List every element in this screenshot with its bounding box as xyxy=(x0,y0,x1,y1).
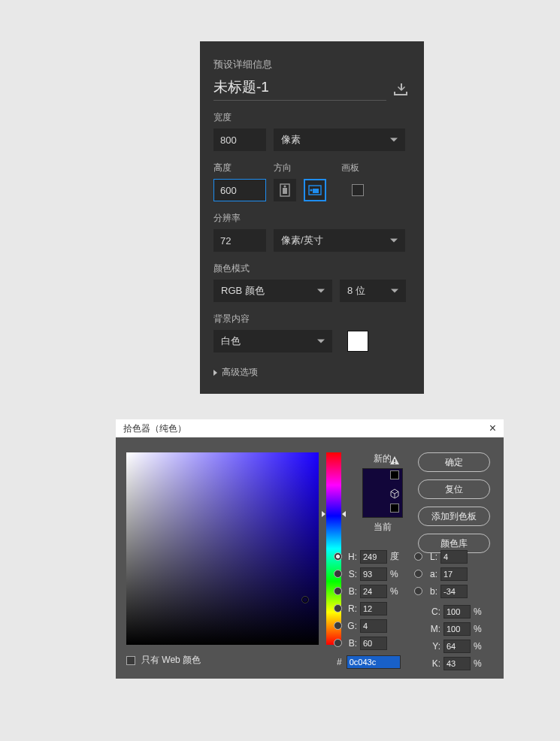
c-input[interactable] xyxy=(443,605,471,619)
preset-section-title: 预设详细信息 xyxy=(213,58,410,71)
h-radio[interactable] xyxy=(334,552,342,561)
a-radio[interactable] xyxy=(414,570,422,578)
cube-swatch[interactable] xyxy=(390,504,399,513)
c-unit: % xyxy=(474,606,484,617)
lab-b-radio[interactable] xyxy=(414,587,422,595)
background-color-swatch[interactable] xyxy=(347,331,368,352)
add-to-swatches-button[interactable]: 添加到色板 xyxy=(418,507,490,526)
background-select[interactable]: 白色 xyxy=(213,330,332,352)
r-input[interactable] xyxy=(360,602,387,615)
height-label: 高度 xyxy=(213,162,266,174)
bitdepth-select[interactable]: 8 位 xyxy=(340,280,406,302)
colormode-select[interactable]: RGB 颜色 xyxy=(213,280,332,302)
width-unit-select[interactable]: 像素 xyxy=(274,129,405,151)
current-color-label: 当前 xyxy=(350,521,415,534)
b-input[interactable] xyxy=(360,637,387,650)
r-radio[interactable] xyxy=(334,604,342,612)
m-input[interactable] xyxy=(443,622,471,636)
chevron-down-icon xyxy=(390,138,398,142)
height-input[interactable] xyxy=(213,179,266,201)
s-input[interactable] xyxy=(360,567,387,581)
resolution-label: 分辨率 xyxy=(213,212,410,225)
save-preset-icon[interactable] xyxy=(394,83,410,95)
sv-cursor-icon xyxy=(301,596,309,603)
hex-input[interactable] xyxy=(347,655,401,669)
background-value: 白色 xyxy=(221,334,241,348)
h-unit: 度 xyxy=(390,550,401,563)
orientation-label: 方向 xyxy=(274,162,334,174)
colormode-value: RGB 颜色 xyxy=(221,284,265,298)
m-label: M: xyxy=(430,624,440,634)
orientation-landscape-button[interactable] xyxy=(304,179,326,201)
bval-unit: % xyxy=(390,586,401,597)
ok-button[interactable]: 确定 xyxy=(418,452,490,472)
s-unit: % xyxy=(390,569,401,579)
advanced-options-label: 高级选项 xyxy=(222,366,258,379)
s-label: S: xyxy=(347,569,357,579)
advanced-options-toggle[interactable]: 高级选项 xyxy=(213,366,410,379)
background-label: 背景内容 xyxy=(213,313,410,325)
chevron-down-icon xyxy=(390,239,398,243)
c-label: C: xyxy=(430,606,440,617)
svg-rect-4 xyxy=(313,189,319,193)
bval-input[interactable] xyxy=(360,585,387,598)
hex-label: # xyxy=(337,657,342,667)
resolution-input[interactable] xyxy=(213,229,266,252)
saturation-value-field[interactable] xyxy=(126,452,319,645)
svg-point-5 xyxy=(310,189,312,191)
b-radio[interactable] xyxy=(334,639,342,647)
close-icon[interactable]: × xyxy=(489,422,496,435)
web-colors-only-label: 只有 Web 颜色 xyxy=(141,654,201,667)
L-input[interactable] xyxy=(440,550,468,564)
k-label: K: xyxy=(430,658,440,669)
artboard-checkbox[interactable] xyxy=(352,184,364,196)
m-unit: % xyxy=(474,624,484,634)
width-unit-value: 像素 xyxy=(281,133,301,147)
chevron-down-icon xyxy=(317,340,325,343)
web-colors-only-checkbox[interactable] xyxy=(126,656,135,665)
bval-label: B: xyxy=(347,586,357,597)
bval-radio[interactable] xyxy=(334,587,342,595)
new-document-preset-panel: 预设详细信息 未标题-1 宽度 像素 高度 方向 画板 分辨率 像素/英寸 xyxy=(200,41,424,394)
reset-button[interactable]: 复位 xyxy=(418,479,490,499)
resolution-unit-value: 像素/英寸 xyxy=(281,234,323,247)
bitdepth-value: 8 位 xyxy=(347,284,365,298)
y-input[interactable] xyxy=(443,640,471,653)
width-label: 宽度 xyxy=(213,111,410,124)
k-input[interactable] xyxy=(443,657,471,670)
L-radio[interactable] xyxy=(414,552,422,561)
svg-point-2 xyxy=(283,185,286,187)
artboard-label: 画板 xyxy=(341,162,359,174)
new-color-label: 新的 xyxy=(350,452,415,465)
svg-rect-1 xyxy=(283,188,287,194)
a-label: a: xyxy=(427,569,437,579)
chevron-down-icon xyxy=(391,289,398,293)
cube-icon[interactable] xyxy=(389,488,400,499)
lab-b-input[interactable] xyxy=(440,585,468,598)
chevron-right-icon xyxy=(213,370,217,376)
color-picker-dialog: 拾色器（纯色） × 新的 xyxy=(116,419,504,679)
h-label: H: xyxy=(347,552,357,562)
colormode-label: 颜色模式 xyxy=(213,262,410,275)
resolution-unit-select[interactable]: 像素/英寸 xyxy=(274,229,405,252)
L-label: L: xyxy=(427,552,437,562)
document-title-input[interactable]: 未标题-1 xyxy=(213,77,386,101)
g-label: G: xyxy=(347,621,357,631)
lab-b-label: b: xyxy=(427,586,437,597)
gamut-warning-icon[interactable] xyxy=(389,455,400,466)
s-radio[interactable] xyxy=(334,570,342,578)
chevron-down-icon xyxy=(317,289,325,293)
h-input[interactable] xyxy=(360,550,387,564)
svg-rect-7 xyxy=(394,463,395,464)
color-picker-titlebar: 拾色器（纯色） × xyxy=(116,419,504,437)
g-radio[interactable] xyxy=(334,622,342,630)
orientation-portrait-button[interactable] xyxy=(274,179,296,201)
color-picker-title: 拾色器（纯色） xyxy=(123,422,489,435)
width-input[interactable] xyxy=(213,129,266,151)
y-unit: % xyxy=(474,641,484,652)
svg-rect-6 xyxy=(394,459,395,462)
g-input[interactable] xyxy=(360,619,387,633)
gamut-warning-swatch[interactable] xyxy=(390,470,399,479)
y-label: Y: xyxy=(430,641,440,652)
a-input[interactable] xyxy=(440,567,468,581)
